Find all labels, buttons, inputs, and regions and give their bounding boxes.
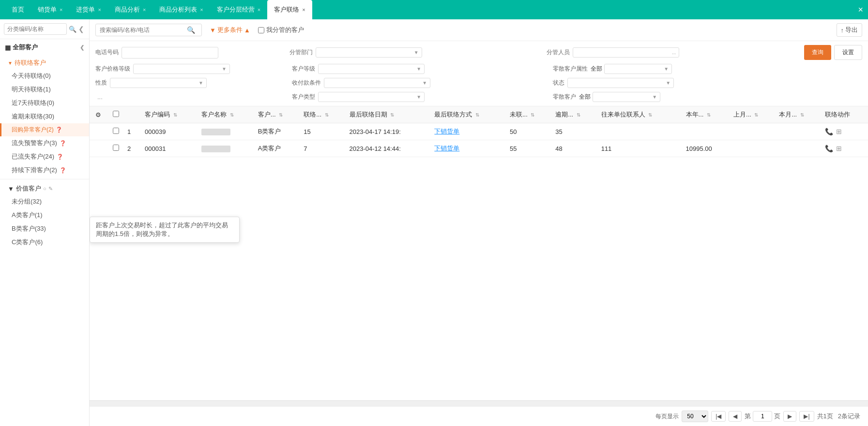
col-this-month-sort-icon[interactable]: ⇅ xyxy=(800,112,804,118)
col-last-method: 最后联络方式 ⇅ xyxy=(431,106,507,123)
nav-item-customer-mgmt[interactable]: 客户分层经营 × xyxy=(210,0,267,19)
sidebar-item-b-class[interactable]: B类客户(33) xyxy=(0,222,89,235)
col-last-date-sort-icon[interactable]: ⇅ xyxy=(390,112,394,118)
row2-uncontact: 55 xyxy=(507,140,552,157)
close-icon-purchase[interactable]: × xyxy=(98,7,101,13)
row1-checkbox[interactable] xyxy=(113,128,119,134)
filter-gender-select[interactable]: ▼ xyxy=(110,78,207,88)
col-contact-sort-icon[interactable]: ⇅ xyxy=(325,112,329,118)
row2-code-value: 000031 xyxy=(145,145,166,152)
filter-phone-input[interactable] xyxy=(122,47,218,59)
col-year-sort-icon[interactable]: ⇅ xyxy=(707,112,711,118)
row1-contact-count-value: 15 xyxy=(304,128,310,135)
sidebar-pending-group[interactable]: ▼ 待联络客户 xyxy=(0,56,89,69)
select-all-checkbox[interactable] xyxy=(113,111,119,117)
row2-more-icon[interactable]: ⊞ xyxy=(836,145,842,152)
export-button[interactable]: ↑ 导出 xyxy=(837,23,863,37)
sidebar-item-7days[interactable]: 近7天待联络(0) xyxy=(0,96,89,110)
last-page-button[interactable]: ▶| xyxy=(799,411,814,422)
sidebar-item-today[interactable]: 今天待联络(0) xyxy=(0,69,89,83)
row1-phone-icon[interactable]: 📞 xyxy=(825,128,833,135)
page-input[interactable] xyxy=(753,411,772,422)
settings-icon[interactable]: ⚙ xyxy=(95,111,101,118)
col-contact-person: 往来单位联系人 ⇅ xyxy=(598,106,683,123)
sidebar-value-group[interactable]: ▼ 价值客户 ○ ✎ xyxy=(0,181,89,195)
nav-item-purchase[interactable]: 进货单 × xyxy=(69,0,107,19)
sidebar-header-collapse-icon[interactable]: ❮ xyxy=(80,44,84,51)
my-customer-checkbox[interactable] xyxy=(258,27,264,33)
search-icon[interactable]: 🔍 xyxy=(187,26,195,34)
nav-item-analysis[interactable]: 商品分析 × xyxy=(108,0,152,19)
sidebar-ungroup-label: 未分组(32) xyxy=(12,198,42,205)
col-name-sort-icon[interactable]: ⇅ xyxy=(230,112,234,118)
sidebar-collapse-icon[interactable]: ❮ xyxy=(78,25,84,33)
close-icon-analysis-list[interactable]: × xyxy=(200,7,203,13)
row2-settings xyxy=(90,140,107,157)
sidebar-item-declining[interactable]: 持续下滑客户(2) ❓ xyxy=(0,163,89,177)
row1-last-method-value[interactable]: 下销货单 xyxy=(434,128,459,135)
loss-warning-help-icon[interactable]: ❓ xyxy=(60,140,66,146)
col-code-sort-icon[interactable]: ⇅ xyxy=(173,112,177,118)
filter-price-select[interactable]: ▼ xyxy=(133,64,230,74)
col-overdue-sort-icon[interactable]: ⇅ xyxy=(577,112,580,118)
filter-more-icon[interactable]: ... xyxy=(95,93,105,101)
more-conditions-button[interactable]: ▼ 更多条件 ▲ xyxy=(206,24,254,36)
sidebar-value-edit-icon[interactable]: ○ xyxy=(43,186,46,191)
row1-this-month xyxy=(776,123,822,140)
close-icon-analysis[interactable]: × xyxy=(143,7,146,13)
sidebar-item-ungroup[interactable]: 未分组(32) xyxy=(0,195,89,208)
sidebar-item-loss-warning[interactable]: 流失预警客户(3) ❓ xyxy=(0,136,89,150)
filter-level-select[interactable]: ▼ xyxy=(318,64,425,74)
row2-contact-count: 7 xyxy=(301,140,346,157)
horizontal-scrollbar[interactable] xyxy=(90,400,868,406)
search-input[interactable] xyxy=(100,27,187,33)
declining-help-icon[interactable]: ❓ xyxy=(60,167,66,173)
sidebar-search-input[interactable] xyxy=(4,23,67,35)
sidebar-item-tomorrow[interactable]: 明天待联络(1) xyxy=(0,83,89,96)
filter-payment-select[interactable]: ▼ xyxy=(324,78,430,88)
filter-status-select[interactable]: ▼ xyxy=(567,78,674,88)
sidebar-item-repurchase-abnormal[interactable]: 回购异常客户(2) ❓ xyxy=(0,123,89,136)
nav-item-sales[interactable]: 销货单 × xyxy=(31,0,69,19)
col-type-sort-icon[interactable]: ⇅ xyxy=(279,112,283,118)
col-contact-person-sort-icon[interactable]: ⇅ xyxy=(648,112,652,118)
sidebar-search-icon[interactable]: 🔍 xyxy=(69,26,76,33)
sidebar-item-a-class[interactable]: A类客户(1) xyxy=(0,208,89,222)
query-button[interactable]: 查询 xyxy=(804,45,831,60)
filter-retail-customer-select[interactable]: ▼ xyxy=(593,92,660,102)
total-pages-label: 共1页 xyxy=(817,412,833,420)
row1-year-amount xyxy=(683,123,731,140)
prev-page-button[interactable]: ◀ xyxy=(729,411,742,422)
filter-price-label: 客户价格等级 xyxy=(95,65,133,73)
close-icon-customer-mgmt[interactable]: × xyxy=(258,7,260,13)
col-uncontact-sort-icon[interactable]: ⇅ xyxy=(531,112,534,118)
settings-button[interactable]: 设置 xyxy=(834,45,862,60)
row2-phone-icon[interactable]: 📞 xyxy=(825,145,833,152)
filter-dept-select[interactable]: ▼ xyxy=(316,47,422,58)
nav-item-home[interactable]: 首页 xyxy=(5,0,31,19)
row1-last-month xyxy=(731,123,776,140)
close-icon-customer-contact[interactable]: × xyxy=(302,7,305,13)
first-page-button[interactable]: |◀ xyxy=(711,411,726,422)
next-page-button[interactable]: ▶ xyxy=(783,411,796,422)
row2-last-method-value[interactable]: 下销货单 xyxy=(434,145,459,152)
filter-type-select[interactable]: ▼ xyxy=(318,92,425,102)
sidebar-item-c-class[interactable]: C类客户(6) xyxy=(0,235,89,249)
close-all-button[interactable]: × xyxy=(858,5,863,15)
row2-checkbox[interactable] xyxy=(113,145,119,151)
sidebar-item-overdue[interactable]: 逾期未联络(30) xyxy=(0,110,89,123)
repurchase-help-icon[interactable]: ❓ xyxy=(56,127,62,133)
col-last-method-sort-icon[interactable]: ⇅ xyxy=(475,112,479,118)
col-last-month-sort-icon[interactable]: ⇅ xyxy=(754,112,758,118)
per-page-select[interactable]: 50 10 20 100 xyxy=(682,411,708,422)
filter-person-select[interactable]: ... xyxy=(573,47,679,58)
row1-more-icon[interactable]: ⊞ xyxy=(836,128,842,135)
close-icon-sales[interactable]: × xyxy=(60,7,62,13)
sidebar-value-settings-icon[interactable]: ✎ xyxy=(48,186,53,192)
sidebar-all-customers[interactable]: ▦ 全部客户 ❮ xyxy=(0,39,89,56)
nav-item-customer-contact[interactable]: 客户联络 × xyxy=(267,0,312,19)
sidebar-item-lost[interactable]: 已流失客户(24) ❓ xyxy=(0,150,89,163)
lost-help-icon[interactable]: ❓ xyxy=(57,154,63,160)
nav-item-analysis-list[interactable]: 商品分析列表 × xyxy=(152,0,210,19)
filter-retail-attr-select[interactable]: ▼ xyxy=(604,64,672,74)
